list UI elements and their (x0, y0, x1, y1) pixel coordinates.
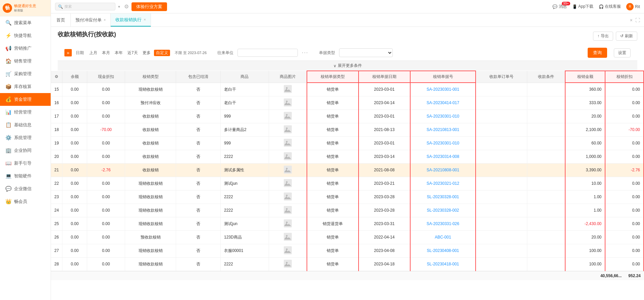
tab-bar: 首页 预付冲应付单 × 收款核销执行 × × ⛶ (51, 13, 644, 27)
app-download-label: App下载 (578, 4, 593, 9)
col-header-verify-amount: 核销金额 (565, 71, 605, 83)
search-icon: 🔍 (5, 20, 11, 26)
date-opt-last-month[interactable]: 上月 (88, 50, 99, 56)
notification-area[interactable]: 💬 消息 99+ (552, 4, 567, 9)
sidebar-item-member[interactable]: 👑 畅会员 (0, 195, 51, 208)
cash-discount-cell: 0.00 (87, 217, 125, 230)
sidebar-item-operation[interactable]: 📊 经营管理 (0, 106, 51, 119)
goods-image-cell (269, 110, 307, 123)
sidebar-item-system[interactable]: ⚙️ 系统管理 (0, 131, 51, 144)
expand-more-label: 展开更多条件 (338, 63, 362, 69)
settings-filter-btn[interactable]: 设置 (614, 48, 631, 57)
flash-icon: ⚡ (5, 33, 11, 39)
row-index: 18 (51, 123, 62, 136)
sidebar-item-hardware[interactable]: 💻 智能硬件 (0, 170, 51, 182)
tab-prepay-label: 预付冲应付单 (75, 17, 102, 23)
sidebar-item-wechat[interactable]: 💬 企业微信 (0, 182, 51, 195)
filter-expand-btn[interactable]: » (64, 49, 72, 56)
verify-bill-no-cell[interactable]: SL-20230418-001 (410, 257, 476, 271)
sidebar-item-shortcuts[interactable]: ⚡ 快捷导航 (0, 29, 51, 42)
sidebar-item-inventory[interactable]: 📦 库存核算 (0, 80, 51, 93)
sidebar-item-finance[interactable]: 💰 资金管理 (0, 93, 51, 106)
sidebar-item-enterprise[interactable]: 🏢 企业协同 (0, 144, 51, 157)
row-index: 25 (51, 217, 62, 230)
app-download-area[interactable]: 📱 App下载 (572, 4, 593, 9)
main-area: 🔍 搜索 ▾ ⚙ 体验行业方案 💬 消息 99+ 📱 App下载 🎧 在线客服 … (51, 0, 644, 300)
tab-expand-icon[interactable]: ⛶ (635, 17, 640, 23)
verify-bill-no-cell[interactable]: SA-20230301-010 (410, 110, 476, 123)
book-icon: 📖 (5, 160, 11, 166)
tab-home[interactable]: 首页 (51, 13, 71, 27)
online-service-area[interactable]: 🎧 在线客服 (599, 4, 621, 9)
verify-bill-no-cell[interactable]: SA-20230301-001 (410, 83, 476, 96)
table-row: 15 0.00 0.00 现销收款核销 否 老白干 销货单 2023-03-01… (51, 83, 644, 96)
verify-bill-no-link: SA-20230301-010 (427, 114, 459, 119)
query-btn[interactable]: 查询 (588, 48, 607, 58)
cash-discount-cell: 0.00 (87, 110, 125, 123)
filter-date-options: 上月 本月 本年 近7天 更多 自定义 (88, 50, 170, 56)
content-area: 收款核销执行(按收款) ↑ 导出 ↺ 刷新 » 日期 (51, 27, 644, 300)
sidebar-item-search[interactable]: 🔍 搜索菜单 (0, 16, 51, 29)
verify-bill-no-cell[interactable]: SL-20230328-001 (410, 190, 476, 204)
verify-bill-no-cell[interactable]: SA-20230331-026 (410, 217, 476, 230)
date-opt-this-month[interactable]: 本月 (101, 50, 111, 56)
verify-bill-no-cell[interactable]: SL-20230408-001 (410, 244, 476, 257)
svg-point-13 (286, 168, 287, 169)
tab-prepay[interactable]: 预付冲应付单 × (71, 13, 111, 27)
settings-top-icon[interactable]: ⚙ (124, 3, 129, 10)
verify-bill-no-cell[interactable]: SA-20210813-001 (410, 123, 476, 136)
sidebar-item-purchase[interactable]: 🛒 采购管理 (0, 68, 51, 80)
user-avatar-area[interactable]: R Rit (626, 3, 640, 10)
top-search-bar[interactable]: 🔍 搜索 (55, 3, 115, 10)
row-index: 19 (51, 136, 62, 150)
dropdown-icon[interactable]: ▾ (118, 4, 120, 9)
verify-bill-no-cell[interactable]: SA-20230321-012 (410, 177, 476, 190)
wechat-icon: 💬 (5, 186, 11, 192)
col-header-settings[interactable]: ⚙ (51, 71, 62, 83)
online-service-label: 在线客服 (605, 4, 621, 9)
col-header-cash-discount: 现金折扣 (87, 71, 125, 83)
verify-amount-cell: 1.00 (565, 190, 605, 204)
tab-close-all-icon[interactable]: × (630, 17, 633, 23)
sidebar-label-inventory: 库存核算 (14, 84, 32, 90)
table-row: 17 0.00 0.00 收款核销 否 999 销货单 2023-03-01 S… (51, 110, 644, 123)
tab-prepay-close[interactable]: × (104, 18, 106, 22)
sidebar-item-marketing[interactable]: 📢 营销推广 (0, 42, 51, 55)
page-actions: ↑ 导出 ↺ 刷新 (593, 32, 637, 41)
date-opt-custom[interactable]: 自定义 (154, 50, 170, 56)
refresh-btn[interactable]: ↺ 刷新 (616, 32, 637, 41)
goods-cell: 老白干 (220, 96, 269, 110)
tab-receipt-verify[interactable]: 收款核销执行 × (111, 13, 151, 27)
include-settled-cell: 否 (176, 110, 221, 123)
verify-bill-no-cell[interactable]: SA-20230314-008 (410, 150, 476, 163)
sidebar-item-basic[interactable]: 📋 基础信息 (0, 119, 51, 131)
svg-point-1 (286, 87, 287, 89)
bill-type-select[interactable] (339, 48, 393, 57)
enterprise-icon: 🏢 (5, 147, 11, 154)
industry-btn[interactable]: 体验行业方案 (131, 2, 167, 11)
balance-cell: 0.00 (62, 150, 87, 163)
verify-bill-no-cell[interactable]: SA-20230414-017 (410, 96, 476, 110)
receipt-condition-cell (527, 230, 565, 244)
date-opt-more[interactable]: 更多 (141, 50, 152, 56)
from-unit-input[interactable] (237, 49, 298, 57)
tab-receipt-verify-close[interactable]: × (144, 18, 146, 22)
verify-bill-type-cell: 销货单 (307, 177, 359, 190)
receipt-order-no-cell (476, 96, 527, 110)
money-icon: 💰 (5, 96, 11, 102)
sidebar-item-sales[interactable]: 🏠 销售管理 (0, 55, 51, 68)
verify-bill-no-cell[interactable]: SL-20230328-002 (410, 204, 476, 217)
sidebar-item-guide[interactable]: 📖 新手引导 (0, 157, 51, 170)
expand-more-icon: ∨ (333, 63, 336, 68)
cash-discount-cell: 0.00 (87, 257, 125, 271)
export-icon: ↑ (597, 34, 599, 38)
expand-more-btn[interactable]: ∨ 展开更多条件 (333, 63, 362, 69)
verify-bill-no-cell[interactable]: ABC-001 (410, 230, 476, 244)
clipboard-icon: 📋 (5, 122, 11, 128)
export-btn[interactable]: ↑ 导出 (593, 32, 613, 41)
verify-bill-no-cell[interactable]: SA-20210808-001 (410, 163, 476, 177)
date-opt-this-year[interactable]: 本年 (113, 50, 124, 56)
date-opt-7days[interactable]: 近7天 (126, 50, 139, 56)
verify-bill-no-cell[interactable]: SA-20230301-010 (410, 136, 476, 150)
verify-bill-type-cell: 销货单 (307, 136, 359, 150)
